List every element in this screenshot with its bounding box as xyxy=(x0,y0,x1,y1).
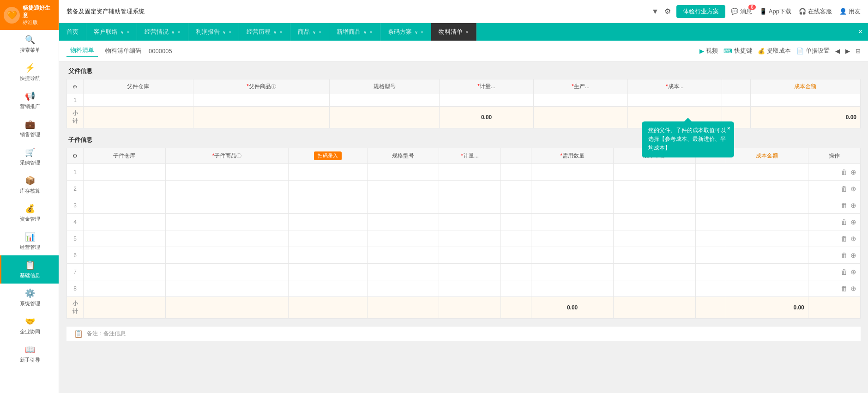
delete-icon-7[interactable]: 🗑 xyxy=(841,268,848,276)
shortcut-action[interactable]: ⌨ 快捷键 xyxy=(723,47,752,55)
doc-settings-action[interactable]: 📄 单据设置 xyxy=(796,47,830,55)
child-cell-spec-1[interactable] xyxy=(368,164,439,181)
nav-prev-action[interactable]: ◀ xyxy=(835,48,840,54)
sub-tab-bom[interactable]: 物料清单 xyxy=(66,44,98,57)
sidebar-item-operations[interactable]: 📊经营管理 xyxy=(0,227,59,255)
child-cell-unitprice-4[interactable] xyxy=(613,214,695,230)
sidebar-item-purchase[interactable]: 🛒采购管理 xyxy=(0,143,59,171)
copy-icon-4[interactable]: ⊕ xyxy=(850,218,856,226)
parent-col-config[interactable]: ⚙ xyxy=(67,79,84,94)
tab-close-goods[interactable]: × xyxy=(319,29,321,35)
child-cell-unit-6[interactable] xyxy=(439,247,500,264)
child-cell-warehouse-3[interactable] xyxy=(84,197,166,214)
child-cell-qty-3[interactable] xyxy=(531,197,614,214)
gear-icon[interactable]: ⚙ xyxy=(664,7,671,16)
extract-cost-action[interactable]: 💰 提取成本 xyxy=(758,47,791,55)
child-cell-spec-7[interactable] xyxy=(368,264,439,280)
scan-button[interactable]: 扫码录入 xyxy=(314,151,342,160)
nav-tab-home[interactable]: 首页 xyxy=(59,23,86,41)
child-cell-goods-4[interactable] xyxy=(165,214,288,230)
delete-icon-5[interactable]: 🗑 xyxy=(841,235,848,243)
nav-next-action[interactable]: ▶ xyxy=(845,48,850,54)
app-download-action[interactable]: 📱 App下载 xyxy=(760,7,791,16)
nav-tab-bom[interactable]: 物料清单× xyxy=(431,23,476,41)
delete-icon-1[interactable]: 🗑 xyxy=(841,168,848,176)
tab-close-profit_report[interactable]: × xyxy=(229,29,231,35)
nav-tab-goods[interactable]: 商品∨× xyxy=(290,23,329,41)
delete-icon-6[interactable]: 🗑 xyxy=(841,251,848,260)
sidebar-item-quicknav[interactable]: ⚡快捷导航 xyxy=(0,58,59,86)
child-cell-qty-1[interactable] xyxy=(531,164,614,181)
tab-close-customer[interactable]: × xyxy=(127,29,129,35)
grid-view-action[interactable]: ⊞ xyxy=(856,48,861,54)
child-cell-goods-5[interactable] xyxy=(165,230,288,247)
child-cell-scan-6[interactable] xyxy=(289,247,368,264)
child-col-config[interactable]: ⚙ xyxy=(67,148,84,164)
tooltip-close-button[interactable]: × xyxy=(727,124,730,133)
copy-icon-6[interactable]: ⊕ xyxy=(850,251,856,260)
child-cell-scan-4[interactable] xyxy=(289,214,368,230)
nav-tab-profit_report[interactable]: 利润报告∨× xyxy=(188,23,239,41)
nav-tab-barcode[interactable]: 条码方案∨× xyxy=(380,23,431,41)
child-cell-warehouse-4[interactable] xyxy=(84,214,166,230)
child-cell-warehouse-6[interactable] xyxy=(84,247,166,264)
sidebar-item-enterprise[interactable]: 🤝企业协同 xyxy=(0,312,59,340)
child-cell-unitprice-2[interactable] xyxy=(613,181,695,197)
child-cell-unitprice-8[interactable] xyxy=(613,280,695,297)
child-cell-warehouse-7[interactable] xyxy=(84,264,166,280)
tab-close-bom[interactable]: × xyxy=(465,29,468,35)
child-cell-unit-1[interactable] xyxy=(439,164,500,181)
tab-close-barcode[interactable]: × xyxy=(421,29,423,35)
child-cell-unit-8[interactable] xyxy=(439,280,500,297)
sidebar-item-guide[interactable]: 📖新手引导 xyxy=(0,340,59,368)
child-cell-scan-7[interactable] xyxy=(289,264,368,280)
delete-icon-4[interactable]: 🗑 xyxy=(841,218,848,226)
child-cell-scan-1[interactable] xyxy=(289,164,368,181)
tab-close-operations_status[interactable]: × xyxy=(177,29,180,35)
child-cell-scan-3[interactable] xyxy=(289,197,368,214)
sidebar-item-system[interactable]: ⚙️系统管理 xyxy=(0,284,59,312)
child-cell-warehouse-2[interactable] xyxy=(84,181,166,197)
parent-cell-goods[interactable] xyxy=(193,94,329,107)
child-cell-unitprice-6[interactable] xyxy=(613,247,695,264)
parent-cell-production[interactable] xyxy=(534,94,628,107)
child-cell-unit-2[interactable] xyxy=(439,181,500,197)
copy-icon-7[interactable]: ⊕ xyxy=(850,268,856,276)
child-cell-goods-1[interactable] xyxy=(165,164,288,181)
settings-icon[interactable]: ▼ xyxy=(651,7,659,16)
video-action[interactable]: ▶ 视频 xyxy=(699,47,718,55)
sidebar-item-search[interactable]: 🔍搜索菜单 xyxy=(0,30,59,58)
parent-cell-warehouse[interactable] xyxy=(84,94,193,107)
child-cell-qty-4[interactable] xyxy=(531,214,614,230)
child-cell-scan-8[interactable] xyxy=(289,280,368,297)
child-cell-qty-6[interactable] xyxy=(531,247,614,264)
copy-icon-1[interactable]: ⊕ xyxy=(850,168,856,176)
parent-cell-cost[interactable] xyxy=(627,94,722,107)
child-cell-qty-7[interactable] xyxy=(531,264,614,280)
sidebar-item-marketing[interactable]: 📢营销推广 xyxy=(0,86,59,115)
child-cell-spec-4[interactable] xyxy=(368,214,439,230)
child-cell-unit-5[interactable] xyxy=(439,230,500,247)
nav-tab-add_goods[interactable]: 新增商品∨× xyxy=(329,23,380,41)
online-support-action[interactable]: 🎧 在线客服 xyxy=(799,7,832,16)
child-cell-qty-8[interactable] xyxy=(531,280,614,297)
child-cell-spec-5[interactable] xyxy=(368,230,439,247)
child-cell-scan-2[interactable] xyxy=(289,181,368,197)
delete-icon-3[interactable]: 🗑 xyxy=(841,201,848,210)
nav-tab-customer[interactable]: 客户联络∨× xyxy=(86,23,137,41)
sidebar-item-inventory[interactable]: 📦库存核算 xyxy=(0,171,59,199)
child-cell-goods-6[interactable] xyxy=(165,247,288,264)
child-cell-goods-3[interactable] xyxy=(165,197,288,214)
child-cell-warehouse-8[interactable] xyxy=(84,280,166,297)
child-cell-goods-7[interactable] xyxy=(165,264,288,280)
message-action[interactable]: 💬 消息 6 xyxy=(731,7,752,16)
nav-tab-operations_status[interactable]: 经营情况∨× xyxy=(137,23,188,41)
child-cell-unitprice-5[interactable] xyxy=(613,230,695,247)
parent-cell-unit[interactable] xyxy=(440,94,534,107)
nav-tab-ops_history[interactable]: 经营历程∨× xyxy=(239,23,290,41)
child-cell-qty-2[interactable] xyxy=(531,181,614,197)
delete-icon-8[interactable]: 🗑 xyxy=(841,284,848,293)
child-cell-unitprice-3[interactable] xyxy=(613,197,695,214)
copy-icon-8[interactable]: ⊕ xyxy=(850,284,856,293)
child-cell-spec-8[interactable] xyxy=(368,280,439,297)
